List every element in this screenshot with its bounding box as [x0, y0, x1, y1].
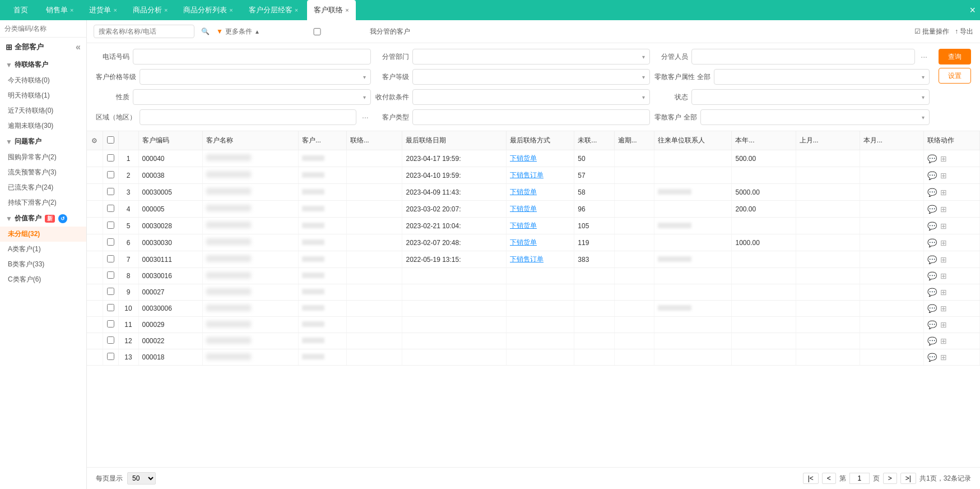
more-action-icon[interactable]: ⊞ [940, 188, 947, 197]
row-checkbox-cell[interactable] [103, 251, 118, 268]
row-checkbox-cell[interactable] [103, 301, 118, 317]
my-customers-checkbox-label[interactable]: 我分管的客户 [267, 27, 410, 36]
sidebar-item-ungroup[interactable]: 未分组(32) [0, 227, 86, 242]
row-checkbox[interactable] [107, 222, 114, 229]
row-checkbox[interactable] [107, 353, 114, 360]
row-checkbox[interactable] [107, 171, 114, 178]
more-conditions-btn[interactable]: ▼ 更多条件 ▲ [216, 27, 260, 36]
phone-action-icon[interactable]: 💬 [927, 205, 937, 214]
sidebar-item-tomorrow[interactable]: 明天待联络(1) [0, 88, 86, 103]
last-page-btn[interactable]: >| [900, 473, 916, 484]
phone-action-icon[interactable]: 💬 [927, 320, 937, 329]
sidebar-item-hoarding[interactable]: 囤购异常客户(2) [0, 150, 86, 165]
phone-action-icon[interactable]: 💬 [927, 304, 937, 313]
ellipsis-icon[interactable]: ··· [360, 113, 371, 122]
expand-icon[interactable]: ▼ [6, 61, 12, 69]
expand-icon[interactable]: ▼ [6, 138, 12, 146]
per-page-select[interactable]: 50 100 200 [127, 472, 156, 485]
sidebar-item-a-class[interactable]: A类客户(1) [0, 242, 86, 257]
more-action-icon[interactable]: ⊞ [940, 154, 947, 163]
more-action-icon[interactable]: ⊞ [940, 205, 947, 214]
row-checkbox[interactable] [107, 205, 114, 212]
sidebar-item-7days[interactable]: 近7天待联络(0) [0, 103, 86, 118]
gear-icon[interactable]: ⚙ [91, 137, 97, 145]
row-checkbox-cell[interactable] [103, 167, 118, 184]
row-checkbox[interactable] [107, 304, 114, 311]
row-checkbox-cell[interactable] [103, 284, 118, 301]
refresh-badge[interactable]: ↺ [58, 214, 67, 223]
row-checkbox-cell[interactable] [103, 349, 118, 366]
row-checkbox[interactable] [107, 288, 114, 295]
manager-input[interactable] [691, 49, 915, 64]
nav-purchase-order[interactable]: 进货单 × [82, 0, 123, 20]
row-checkbox-cell[interactable] [103, 317, 118, 333]
more-action-icon[interactable]: ⊞ [940, 288, 947, 297]
sidebar-item-c-class[interactable]: C类客户(6) [0, 272, 86, 287]
batch-op-btn[interactable]: ☑ 批量操作 [914, 27, 949, 36]
select-all-header[interactable] [103, 131, 118, 150]
more-action-icon[interactable]: ⊞ [940, 336, 947, 345]
settings-col-header[interactable]: ⚙ [87, 131, 103, 150]
close-icon[interactable]: × [295, 7, 298, 13]
phone-action-icon[interactable]: 💬 [927, 336, 937, 345]
nav-sales-order[interactable]: 销售单 × [39, 0, 80, 20]
search-icon[interactable]: 🔍 [201, 27, 210, 35]
collapse-icon[interactable]: « [76, 42, 81, 52]
phone-action-icon[interactable]: 💬 [927, 238, 937, 247]
close-icon[interactable]: × [345, 7, 349, 13]
prev-page-btn[interactable]: < [822, 473, 836, 484]
sidebar-item-overdue[interactable]: 逾期未联络(30) [0, 118, 86, 133]
row-checkbox-cell[interactable] [103, 268, 118, 284]
nav-product-analysis-list[interactable]: 商品分析列表 × [177, 0, 239, 20]
row-checkbox[interactable] [107, 336, 114, 344]
all-customers-item[interactable]: ⊞ 全部客户 « [0, 38, 86, 57]
row-checkbox-cell[interactable] [103, 218, 118, 234]
nav-product-analysis[interactable]: 商品分析 × [126, 0, 174, 20]
row-checkbox[interactable] [107, 271, 114, 279]
dept-dropdown[interactable]: ▾ [412, 49, 651, 64]
row-checkbox[interactable] [107, 154, 114, 162]
page-number-input[interactable] [849, 473, 870, 484]
more-action-icon[interactable]: ⊞ [940, 353, 947, 362]
price-level-dropdown[interactable]: ▾ [140, 69, 371, 85]
row-checkbox-cell[interactable] [103, 201, 118, 218]
select-all-checkbox[interactable] [107, 136, 114, 144]
sidebar-item-churn-warning[interactable]: 流失预警客户(3) [0, 165, 86, 180]
close-icon[interactable]: × [229, 7, 233, 13]
row-checkbox-cell[interactable] [103, 234, 118, 251]
customer-type-input[interactable] [412, 109, 651, 125]
close-icon[interactable]: × [70, 7, 73, 13]
phone-action-icon[interactable]: 💬 [927, 255, 937, 264]
close-icon[interactable]: × [113, 7, 117, 13]
phone-action-icon[interactable]: 💬 [927, 222, 937, 230]
more-action-icon[interactable]: ⊞ [940, 222, 947, 230]
my-customers-checkbox[interactable] [267, 28, 368, 35]
nav-customer-tier[interactable]: 客户分层经客 × [242, 0, 305, 20]
status-dropdown[interactable]: ▾ [691, 89, 930, 105]
phone-action-icon[interactable]: 💬 [927, 188, 937, 197]
row-checkbox-cell[interactable] [103, 333, 118, 349]
sidebar-item-declining[interactable]: 持续下滑客户(2) [0, 195, 86, 210]
row-checkbox[interactable] [107, 320, 114, 327]
nav-home[interactable]: 首页 [4, 0, 37, 20]
region-input[interactable] [140, 109, 356, 125]
row-checkbox-cell[interactable] [103, 150, 118, 167]
export-btn[interactable]: ↑ 导出 [955, 27, 973, 36]
row-checkbox[interactable] [107, 255, 114, 262]
row-checkbox-cell[interactable] [103, 184, 118, 201]
sidebar-item-b-class[interactable]: B类客户(33) [0, 257, 86, 272]
query-button[interactable]: 查询 [939, 49, 971, 64]
retail-customer-dropdown[interactable]: ▾ [700, 109, 930, 125]
more-action-icon[interactable]: ⊞ [940, 171, 947, 180]
more-action-icon[interactable]: ⊞ [940, 271, 947, 280]
phone-action-icon[interactable]: 💬 [927, 171, 937, 180]
search-input[interactable] [94, 25, 194, 38]
phone-action-icon[interactable]: 💬 [927, 353, 937, 362]
next-page-btn[interactable]: > [883, 473, 897, 484]
close-icon[interactable]: × [164, 7, 168, 13]
more-action-icon[interactable]: ⊞ [940, 238, 947, 247]
more-action-icon[interactable]: ⊞ [940, 304, 947, 313]
payment-dropdown[interactable]: ▾ [412, 89, 651, 105]
more-action-icon[interactable]: ⊞ [940, 255, 947, 264]
phone-action-icon[interactable]: 💬 [927, 271, 937, 280]
